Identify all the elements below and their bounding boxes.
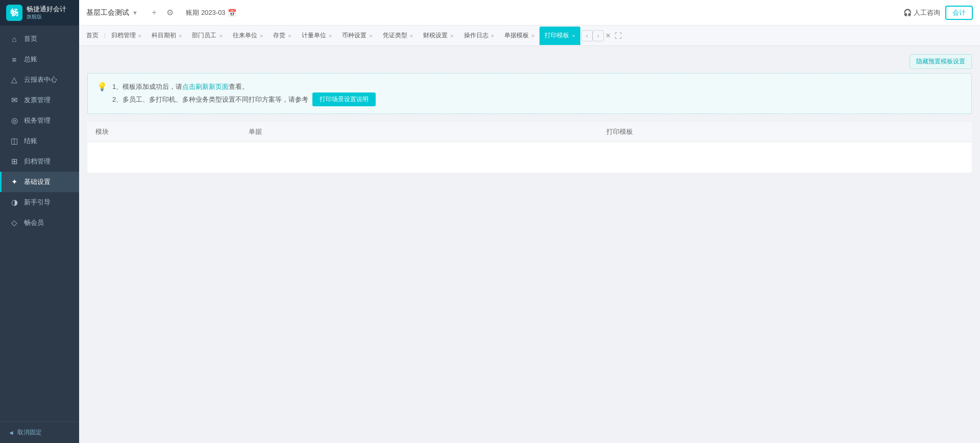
col-document: 单据: [249, 127, 606, 136]
tab-partner-close[interactable]: ×: [260, 33, 263, 39]
print-template-table: 模块 单据 打印模板: [87, 122, 972, 173]
sidebar-item-ledger[interactable]: ≡ 总账: [0, 49, 79, 69]
info-line2-prefix: 2、多员工、多打印机、多种业务类型设置不同打印方案等，请参考: [112, 94, 308, 105]
tab-printtemplate[interactable]: 打印模板 ×: [540, 27, 580, 45]
tab-inventory-close[interactable]: ×: [288, 33, 291, 39]
sidebar-item-basic[interactable]: ✦ 基础设置: [0, 172, 79, 192]
sidebar-logo: 畅 畅捷通好会计 旗舰版: [0, 0, 79, 26]
hide-template-section: 隐藏预置模板设置: [87, 54, 972, 69]
unpin-label: 取消固定: [17, 428, 42, 437]
tab-department[interactable]: 部门员工 ×: [187, 27, 227, 45]
tab-archive[interactable]: 归档管理 ×: [106, 27, 146, 45]
sidebar-item-closing[interactable]: ◫ 结账: [0, 131, 79, 151]
project-name: 基层工会测试: [86, 8, 129, 17]
tab-printtemplate-label: 打印模板: [545, 31, 569, 40]
topbar-actions: ＋ ⚙: [146, 5, 178, 20]
tab-partner-label: 往来单位: [233, 31, 257, 40]
tax-icon: ◎: [10, 116, 19, 125]
tab-inventory[interactable]: 存货 ×: [268, 27, 296, 45]
topbar: 基层工会测试 ▼ ＋ ⚙ 账期 2023-03 📅 🎧 人工咨询 会计: [79, 0, 980, 26]
tab-oplog[interactable]: 操作日志 ×: [459, 27, 499, 45]
tab-taxsetting-label: 财税设置: [423, 31, 448, 40]
period-label: 账期: [186, 8, 199, 17]
bulb-icon: 💡: [97, 82, 107, 91]
sidebar-item-label: 发票管理: [24, 96, 51, 105]
hide-template-button[interactable]: 隐藏预置模板设置: [910, 54, 972, 69]
archive-icon: ⊞: [10, 157, 19, 166]
tab-subject-close[interactable]: ×: [179, 33, 182, 39]
settings-btn[interactable]: ⚙: [162, 6, 178, 19]
tab-taxsetting[interactable]: 财税设置 ×: [418, 27, 458, 45]
sidebar: 畅 畅捷通好会计 旗舰版 ⌂ 首页 ≡ 总账 △ 云报表中心 ✉ 发票管理 ◎ …: [0, 0, 79, 443]
basic-icon: ✦: [10, 177, 19, 186]
tab-voucher[interactable]: 凭证类型 ×: [378, 27, 418, 45]
close-all-tabs-btn[interactable]: ×: [604, 31, 612, 40]
fullscreen-btn[interactable]: ⛶: [612, 32, 624, 40]
unpin-icon: ◄: [8, 429, 14, 436]
closing-icon: ◫: [10, 136, 19, 146]
info-text-block: 1、模板添加成功后，请点击刷新新页面查看。 2、多员工、多打印机、多种业务类型设…: [112, 81, 376, 106]
sidebar-item-vip[interactable]: ◇ 畅会员: [0, 213, 79, 233]
tab-singledoc[interactable]: 单据模板 ×: [499, 27, 540, 45]
tab-printtemplate-close[interactable]: ×: [572, 33, 575, 39]
sidebar-nav: ⌂ 首页 ≡ 总账 △ 云报表中心 ✉ 发票管理 ◎ 税务管理 ◫ 结账 ⊞ 归…: [0, 26, 79, 422]
tab-next-btn[interactable]: ›: [593, 30, 604, 41]
sidebar-item-label: 新手引导: [24, 198, 51, 207]
logo-icon: 畅: [6, 5, 22, 21]
calendar-icon[interactable]: 📅: [228, 9, 236, 17]
period-display: 账期 2023-03 📅: [186, 8, 236, 17]
sidebar-item-label: 结账: [24, 136, 37, 146]
sidebar-unpin[interactable]: ◄ 取消固定: [0, 422, 79, 443]
info-box: 💡 1、模板添加成功后，请点击刷新新页面查看。 2、多员工、多打印机、多种业务类…: [87, 73, 972, 114]
sidebar-item-label: 云报表中心: [24, 75, 57, 84]
info-line1-prefix: 1、模板添加成功后，请: [112, 83, 182, 90]
project-selector[interactable]: 基层工会测试 ▼: [86, 8, 141, 17]
explain-btn[interactable]: 打印场景设置说明: [312, 92, 376, 106]
tab-currency-close[interactable]: ×: [369, 33, 372, 39]
tab-subject[interactable]: 科目期初 ×: [146, 27, 187, 45]
account-button[interactable]: 会计: [945, 6, 973, 20]
ledger-icon: ≡: [10, 55, 19, 64]
sidebar-item-home[interactable]: ⌂ 首页: [0, 29, 79, 49]
tab-singledoc-close[interactable]: ×: [531, 33, 534, 39]
tab-unit[interactable]: 计量单位 ×: [297, 27, 337, 45]
tab-partner[interactable]: 往来单位 ×: [228, 27, 268, 45]
table-header: 模块 单据 打印模板: [87, 122, 972, 142]
invoice-icon: ✉: [10, 96, 19, 105]
sidebar-item-guide[interactable]: ◑ 新手引导: [0, 192, 79, 213]
tabbar: 首页 | 归档管理 × 科目期初 × 部门员工 × 往来单位 × 存货 × 计量…: [79, 26, 980, 46]
sidebar-item-invoice[interactable]: ✉ 发票管理: [0, 90, 79, 110]
sidebar-item-tax[interactable]: ◎ 税务管理: [0, 110, 79, 131]
table-body: [87, 142, 972, 173]
tab-unit-close[interactable]: ×: [329, 33, 332, 39]
sidebar-item-archive[interactable]: ⊞ 归档管理: [0, 151, 79, 172]
info-line1-suffix: 查看。: [229, 83, 249, 90]
sidebar-item-label: 基础设置: [24, 177, 51, 186]
tab-unit-label: 计量单位: [302, 31, 326, 40]
topbar-right: 🎧 人工咨询 会计: [903, 6, 973, 20]
tab-home[interactable]: 首页: [81, 27, 104, 45]
tab-singledoc-label: 单据模板: [504, 31, 529, 40]
sidebar-item-label: 税务管理: [24, 116, 51, 125]
tab-currency-label: 币种设置: [342, 31, 366, 40]
info-refresh-link[interactable]: 点击刷新新页面: [182, 83, 229, 90]
logo-text-block: 畅捷通好会计 旗舰版: [27, 5, 66, 21]
tab-currency[interactable]: 币种设置 ×: [337, 27, 377, 45]
sidebar-item-label: 总账: [24, 55, 37, 64]
tab-sep-1: |: [104, 33, 106, 38]
service-button[interactable]: 🎧 人工咨询: [903, 8, 940, 17]
tab-oplog-label: 操作日志: [464, 31, 488, 40]
tab-department-close[interactable]: ×: [219, 33, 222, 39]
add-project-btn[interactable]: ＋: [146, 5, 162, 20]
reports-icon: △: [10, 75, 19, 84]
tab-taxsetting-close[interactable]: ×: [450, 33, 453, 39]
tab-voucher-close[interactable]: ×: [410, 33, 413, 39]
period-value: 2023-03: [201, 9, 226, 16]
sidebar-item-reports[interactable]: △ 云报表中心: [0, 69, 79, 90]
main-area: 基层工会测试 ▼ ＋ ⚙ 账期 2023-03 📅 🎧 人工咨询 会计 首页 |…: [79, 0, 980, 443]
sidebar-item-label: 归档管理: [24, 157, 51, 166]
tab-archive-close[interactable]: ×: [138, 33, 141, 39]
tab-prev-btn[interactable]: ‹: [581, 30, 593, 41]
tab-oplog-close[interactable]: ×: [491, 33, 494, 39]
home-icon: ⌂: [10, 35, 19, 43]
